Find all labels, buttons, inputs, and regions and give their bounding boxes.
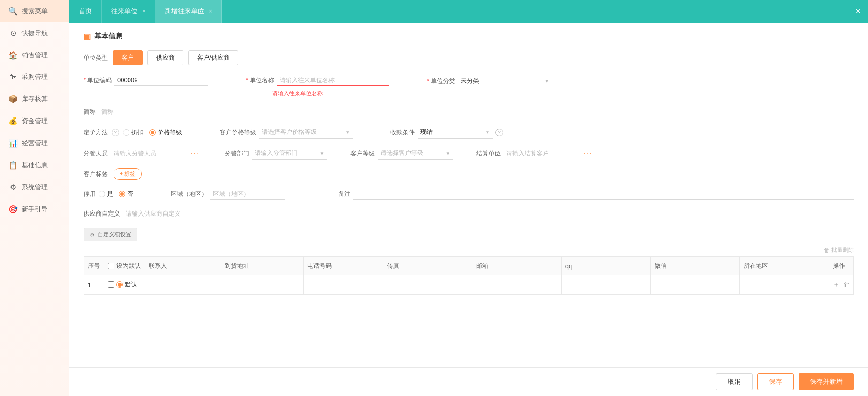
- field-remark: 备注: [338, 188, 854, 200]
- region-input[interactable]: [210, 188, 285, 200]
- customer-grade-select[interactable]: 请选择客户等级 ▼: [378, 147, 453, 160]
- unit-type-supplier-button[interactable]: 供应商: [147, 50, 183, 65]
- tab-new-partner[interactable]: 新增往来单位 ×: [155, 0, 222, 23]
- custom-settings-button[interactable]: ⚙ 自定义项设置: [84, 228, 137, 241]
- sidebar-item-purchase[interactable]: 🛍 采购管理: [0, 66, 69, 88]
- pricing-level-radio[interactable]: 价格等级: [149, 128, 182, 137]
- inventory-icon: 📦: [8, 94, 18, 103]
- delete-row-icon[interactable]: 🗑: [843, 281, 850, 288]
- row-checkbox[interactable]: [108, 281, 114, 288]
- field-payment-terms: 收款条件 现结 ▼ ?: [390, 126, 503, 139]
- sidebar-item-system[interactable]: ⚙ 系统管理: [0, 176, 69, 198]
- pricing-discount-circle: [123, 129, 129, 136]
- unit-type-label: 单位类型: [84, 54, 108, 62]
- field-abbr: 简称: [84, 106, 192, 117]
- email-input[interactable]: [476, 279, 557, 290]
- field-dept: 分管部门 请输入分管部门 ▼: [225, 147, 327, 160]
- stop-no-label: 否: [127, 190, 133, 198]
- abbr-input[interactable]: [99, 106, 192, 117]
- tab-partners[interactable]: 往来单位 ×: [102, 0, 155, 23]
- pricing-radio-group: 折扣 价格等级: [123, 128, 182, 137]
- customer-level-placeholder: 请选择客户价格等级: [262, 128, 343, 136]
- phone-input[interactable]: [307, 279, 379, 290]
- row-manager: 分管人员 ··· 分管部门 请输入分管部门 ▼ 客户等级: [84, 147, 854, 160]
- payment-terms-label: 收款条件: [390, 128, 415, 137]
- settlement-more-button[interactable]: ···: [581, 149, 594, 158]
- stop-radio-group: 是 否: [99, 190, 133, 198]
- remark-input[interactable]: [353, 188, 854, 200]
- unit-code-input[interactable]: [114, 75, 208, 86]
- settlement-input[interactable]: [503, 148, 579, 159]
- save-new-button[interactable]: 保存并新增: [799, 373, 854, 390]
- manager-more-button[interactable]: ···: [189, 149, 201, 158]
- sidebar: 🔍 搜索菜单 ⊙ 快捷导航 🏠 销售管理 🛍 采购管理 📦 库存核算 💰 资金管…: [0, 0, 69, 396]
- payment-terms-select[interactable]: 现结 ▼: [418, 126, 493, 139]
- wechat-input[interactable]: [655, 279, 736, 290]
- customer-level-label: 客户价格等级: [220, 128, 256, 137]
- qq-input[interactable]: [565, 279, 647, 290]
- sidebar-item-search[interactable]: 🔍 搜索菜单: [0, 0, 69, 22]
- select-all-checkbox[interactable]: [108, 263, 114, 269]
- col-default: 设为默认: [104, 257, 145, 275]
- add-row-icon[interactable]: ＋: [833, 280, 839, 289]
- sidebar-item-guide[interactable]: 🎯 新手引导: [0, 198, 69, 220]
- tags-label: 客户标签: [84, 170, 108, 179]
- region-table-input[interactable]: [744, 279, 825, 290]
- sales-icon: 🏠: [8, 51, 18, 60]
- unit-category-select[interactable]: 未分类 ▼: [458, 75, 552, 87]
- save-button[interactable]: 保存: [757, 373, 794, 390]
- field-manager: 分管人员 ···: [84, 148, 201, 159]
- pricing-discount-radio[interactable]: 折扣: [123, 128, 144, 137]
- tab-home[interactable]: 首页: [69, 0, 102, 23]
- unit-type-both-button[interactable]: 客户/供应商: [188, 50, 238, 65]
- cancel-button[interactable]: 取消: [716, 373, 753, 390]
- manager-input[interactable]: [111, 148, 186, 159]
- window-close-button[interactable]: ×: [848, 7, 868, 16]
- payment-terms-help-icon[interactable]: ?: [495, 129, 503, 136]
- sidebar-item-inventory[interactable]: 📦 库存核算: [0, 88, 69, 110]
- unit-category-label: 单位分类: [427, 77, 455, 85]
- unit-type-customer-button[interactable]: 客户: [113, 50, 143, 65]
- tab-partners-close[interactable]: ×: [142, 8, 145, 15]
- row-stop: 停用 是 否: [84, 188, 854, 200]
- row-actions: ＋ 🗑: [833, 280, 850, 289]
- cell-address: [221, 275, 304, 295]
- sidebar-item-basic[interactable]: 📋 基础信息: [0, 154, 69, 176]
- customer-level-arrow: ▼: [345, 130, 350, 135]
- table-row: 1 默认: [84, 275, 854, 295]
- stop-yes-radio[interactable]: 是: [99, 190, 113, 198]
- address-input[interactable]: [225, 279, 299, 290]
- unit-category-value: 未分类: [461, 77, 542, 85]
- settlement-label: 结算单位: [476, 149, 501, 158]
- sidebar-item-purchase-label: 采购管理: [22, 73, 61, 81]
- sidebar-item-quicknav[interactable]: ⊙ 快捷导航: [0, 22, 69, 44]
- customer-level-select[interactable]: 请选择客户价格等级 ▼: [259, 126, 353, 139]
- cell-phone: [304, 275, 383, 295]
- manager-label: 分管人员: [84, 149, 108, 158]
- contact-input[interactable]: [149, 279, 217, 290]
- fax-input[interactable]: [387, 279, 468, 290]
- row-default-radio[interactable]: 默认: [116, 280, 137, 289]
- stop-yes-label: 是: [107, 190, 113, 198]
- purchase-icon: 🛍: [8, 73, 18, 81]
- stop-no-radio[interactable]: 否: [119, 190, 133, 198]
- unit-name-input[interactable]: [277, 75, 389, 86]
- sidebar-item-sales[interactable]: 🏠 销售管理: [0, 44, 69, 66]
- tab-partners-label: 往来单位: [111, 7, 137, 16]
- cell-fax: [383, 275, 472, 295]
- region-more-button[interactable]: ···: [288, 190, 301, 198]
- dept-select[interactable]: 请输入分管部门 ▼: [252, 147, 327, 160]
- unit-code-label: 单位编码: [84, 76, 112, 85]
- sidebar-item-capital[interactable]: 💰 资金管理: [0, 110, 69, 132]
- tab-new-partner-close[interactable]: ×: [209, 8, 212, 15]
- pricing-label: 定价方法: [84, 128, 108, 137]
- pricing-help-icon[interactable]: ?: [112, 129, 119, 136]
- sidebar-item-operations[interactable]: 📊 经营管理: [0, 132, 69, 154]
- pricing-discount-label: 折扣: [131, 128, 144, 137]
- batch-delete-area: 🗑 批量删除: [84, 246, 854, 254]
- add-tag-button[interactable]: + 标签: [114, 168, 142, 180]
- supplier-custom-input[interactable]: [123, 208, 217, 219]
- field-stop: 停用 是 否: [84, 190, 133, 198]
- customer-grade-label: 客户等级: [350, 149, 375, 158]
- cell-seq: 1: [84, 275, 104, 295]
